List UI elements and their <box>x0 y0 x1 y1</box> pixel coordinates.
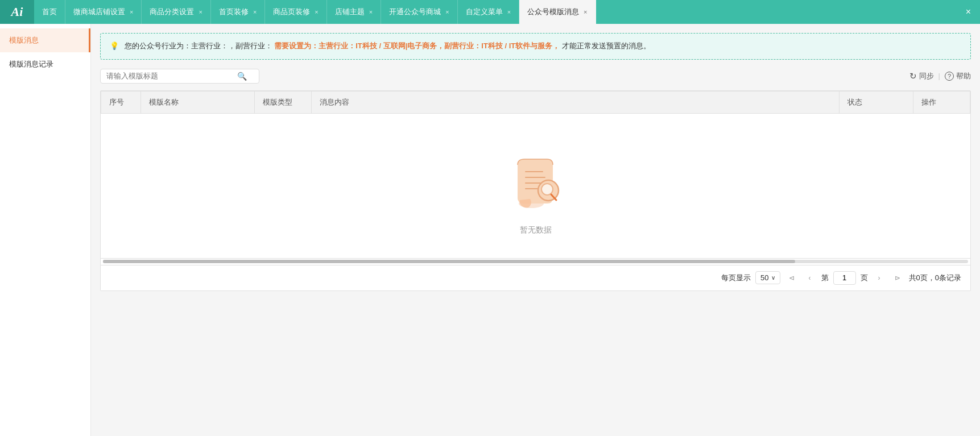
svg-point-6 <box>541 184 553 195</box>
close-tab-custom-menu[interactable]: × <box>507 9 511 15</box>
close-tab-product-decor[interactable]: × <box>315 9 318 15</box>
pagination-row: 每页显示 50 ∨ ⊲ ‹ 第 页 › ⊳ 共0页，0条记录 <box>101 265 970 290</box>
close-tab-shop-theme[interactable]: × <box>369 9 373 15</box>
main-content: 💡 您的公众号行业为：主营行业：，副营行业： 需要设置为：主营行业：IT科技 /… <box>91 24 980 436</box>
sidebar: 模版消息 模版消息记录 <box>0 24 91 436</box>
nav-tab-custom-menu[interactable]: 自定义菜单 × <box>458 0 519 24</box>
help-circle-icon: ? <box>945 72 954 81</box>
page-prefix-label: 第 <box>821 273 829 283</box>
empty-state: 暂无数据 <box>101 114 970 258</box>
last-page-button[interactable]: ⊳ <box>891 271 904 285</box>
sidebar-item-template-message-record[interactable]: 模版消息记录 <box>0 52 90 76</box>
bulb-icon: 💡 <box>110 41 119 50</box>
toolbar-right: ↻ 同步 | ? 帮助 <box>909 71 971 81</box>
help-button[interactable]: ? 帮助 <box>945 71 971 81</box>
sync-button[interactable]: ↻ 同步 <box>909 71 934 81</box>
nav-tab-open-mall[interactable]: 开通公众号商城 × <box>381 0 457 24</box>
nav-tab-category-settings[interactable]: 商品分类设置 × <box>142 0 210 24</box>
page-size-select[interactable]: 50 ∨ <box>755 271 780 284</box>
toolbar-divider: | <box>938 72 940 80</box>
next-page-button[interactable]: › <box>873 271 886 285</box>
close-tab-category-settings[interactable]: × <box>199 9 202 15</box>
close-tab-open-mall[interactable]: × <box>445 9 449 15</box>
empty-text: 暂无数据 <box>101 225 970 235</box>
col-header-content: 消息内容 <box>312 91 840 113</box>
nav-tab-shop-theme[interactable]: 店铺主题 × <box>327 0 381 24</box>
search-row: 🔍 ↻ 同步 | ? 帮助 <box>100 69 971 84</box>
prev-page-button[interactable]: ‹ <box>803 271 817 285</box>
col-header-status: 状态 <box>840 91 913 113</box>
table-wrapper: 序号 模版名称 模版类型 消息内容 状态 操作 <box>100 90 971 291</box>
nav-tab-home-decor[interactable]: 首页装修 × <box>211 0 265 24</box>
page-unit-label: 页 <box>861 273 868 283</box>
chevron-down-icon: ∨ <box>771 275 775 281</box>
nav-tab-home[interactable]: 首页 <box>34 0 65 24</box>
search-icon[interactable]: 🔍 <box>237 72 247 81</box>
nav-tab-template-msg[interactable]: 公众号模版消息 × <box>519 0 596 24</box>
col-header-name: 模版名称 <box>141 91 255 113</box>
first-page-button[interactable]: ⊲ <box>785 271 799 285</box>
nav-tab-product-decor[interactable]: 商品页装修 × <box>265 0 326 24</box>
nav-tabs-container: 首页 微商城店铺设置 × 商品分类设置 × 首页装修 × 商品页装修 × 店铺主… <box>34 0 957 24</box>
col-header-index: 序号 <box>101 91 141 113</box>
page-size-label: 每页显示 <box>721 273 751 283</box>
nav-tab-shop-settings[interactable]: 微商城店铺设置 × <box>65 0 142 24</box>
main-layout: 模版消息 模版消息记录 💡 您的公众号行业为：主营行业：，副营行业： 需要设置为… <box>0 24 980 436</box>
page-number-input[interactable] <box>833 271 856 285</box>
sync-icon: ↻ <box>909 71 917 81</box>
top-navbar: Ai 首页 微商城店铺设置 × 商品分类设置 × 首页装修 × 商品页装修 × … <box>0 0 980 24</box>
search-input[interactable] <box>106 72 237 80</box>
close-tab-shop-settings[interactable]: × <box>130 9 133 15</box>
close-tab-template-msg[interactable]: × <box>584 9 587 15</box>
empty-illustration <box>502 148 570 216</box>
sidebar-item-template-message[interactable]: 模版消息 <box>0 28 90 52</box>
col-header-type: 模版类型 <box>255 91 312 113</box>
close-tab-home-decor[interactable]: × <box>253 9 257 15</box>
notice-box: 💡 您的公众号行业为：主营行业：，副营行业： 需要设置为：主营行业：IT科技 /… <box>100 33 971 60</box>
scroll-thumb[interactable] <box>103 260 795 263</box>
data-table: 序号 模版名称 模版类型 消息内容 状态 操作 <box>101 91 970 114</box>
total-count-label: 共0页，0条记录 <box>909 273 961 283</box>
search-input-wrap[interactable]: 🔍 <box>100 69 259 84</box>
close-all-tabs-button[interactable]: × <box>957 0 980 24</box>
app-logo: Ai <box>0 0 34 24</box>
scroll-track[interactable] <box>103 260 968 263</box>
horizontal-scrollbar[interactable] <box>101 258 970 265</box>
col-header-action: 操作 <box>913 91 970 113</box>
